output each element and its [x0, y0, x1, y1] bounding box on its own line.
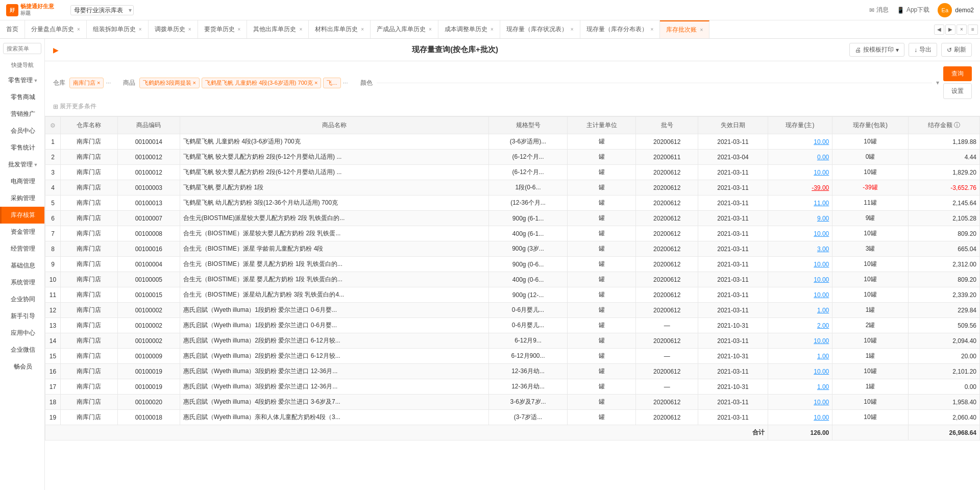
sidebar-item-member2[interactable]: 畅会员: [0, 358, 44, 375]
cell-expire: 2021-03-11: [698, 180, 768, 195]
cell-warehouse: 南库门店: [61, 150, 118, 165]
cell-qty-main[interactable]: 1.00: [768, 349, 832, 364]
warehouse-selector[interactable]: 母婴行业演示库表: [66, 5, 134, 15]
product-tag-more[interactable]: 飞...: [323, 78, 340, 88]
tab-batch-ledger-close[interactable]: ×: [700, 27, 703, 33]
sidebar-item-finance[interactable]: 资金管理: [0, 224, 44, 240]
tab-split[interactable]: 分量盘点单历史 ×: [25, 20, 87, 39]
product-dots[interactable]: ···: [343, 79, 348, 86]
tab-stock-status[interactable]: 现存量（库存状况表） ×: [500, 20, 580, 39]
cell-qty-main[interactable]: 10.00: [768, 134, 832, 150]
tab-transfer-close[interactable]: ×: [188, 27, 191, 32]
tab-combo-close[interactable]: ×: [139, 27, 142, 32]
tab-cost-adj[interactable]: 成本调整单历史 ×: [438, 20, 500, 39]
sidebar-item-retail-shop[interactable]: 零售商城: [0, 89, 44, 106]
tab-transfer[interactable]: 调拨单历史 ×: [149, 20, 198, 39]
tab-split-close[interactable]: ×: [77, 27, 80, 32]
cell-qty-main[interactable]: 10.00: [768, 165, 832, 180]
sidebar-item-retail[interactable]: 零售管理 ▼: [0, 72, 44, 89]
sidebar-item-base[interactable]: 基础信息: [0, 257, 44, 274]
column-settings-icon[interactable]: ⚙: [50, 122, 56, 129]
tab-product-in-close[interactable]: ×: [429, 27, 432, 32]
cell-qty-main[interactable]: 2.00: [768, 318, 832, 333]
tab-requisition-close[interactable]: ×: [238, 27, 241, 32]
sidebar-item-ops[interactable]: 经营管理: [0, 240, 44, 257]
warehouse-tag-1[interactable]: 南库门店 ×: [69, 78, 104, 88]
search-input[interactable]: [3, 43, 41, 54]
warehouse-dots[interactable]: ···: [106, 79, 111, 86]
template-print-btn[interactable]: 🖨 按模板打印 ▾: [849, 43, 904, 57]
tab-menu-btn[interactable]: ≡: [968, 24, 978, 35]
tab-stock-dist[interactable]: 现存量（库存分布表） ×: [580, 20, 660, 39]
cell-qty-main[interactable]: 1.00: [768, 379, 832, 395]
quick-nav-label[interactable]: 快捷导航: [0, 58, 44, 72]
cell-qty-main[interactable]: 0.00: [768, 150, 832, 165]
messages-btn[interactable]: ✉ 消息: [869, 6, 889, 14]
tab-other-out[interactable]: 其他出库单历史 ×: [247, 20, 309, 39]
cell-qty-main[interactable]: 10.00: [768, 333, 832, 349]
sidebar-item-purchase[interactable]: 采购管理: [0, 190, 44, 207]
color-dropdown-icon[interactable]: ▾: [936, 79, 939, 86]
cell-name: 惠氏启賦（Wyeth illuma）3段奶粉 爱尔兰进口 12-36月...: [180, 379, 488, 395]
cell-qty-main[interactable]: 10.00: [768, 287, 832, 303]
tab-other-out-close[interactable]: ×: [299, 27, 302, 32]
cell-qty-main[interactable]: 10.00: [768, 257, 832, 272]
sidebar-item-ecommerce[interactable]: 电商管理: [0, 173, 44, 190]
tab-close-btn[interactable]: ×: [957, 24, 967, 35]
cell-qty-main[interactable]: 1.00: [768, 303, 832, 318]
col-settings[interactable]: ⚙: [45, 117, 61, 134]
sidebar-item-guide[interactable]: 新手引导: [0, 308, 44, 325]
product-tag-1[interactable]: 飞鹤奶粉3段两提装 ×: [139, 78, 200, 88]
sidebar-item-wholesale[interactable]: 批发管理 ▼: [0, 156, 44, 173]
product-tag-1-remove[interactable]: ×: [193, 80, 196, 86]
table-wrapper[interactable]: ⚙ 仓库名称 商品编码 商品名称 规格型号 主计量单位 批号 失效日期 现存量(…: [45, 116, 980, 490]
cell-qty-main[interactable]: 10.00: [768, 395, 832, 410]
cell-expire: 2021-03-11: [698, 257, 768, 272]
product-tag-2[interactable]: 飞鹤星飞帆 儿童奶粉 4段(3-6岁适用) 700克 ×: [202, 78, 321, 88]
cell-qty-main[interactable]: 10.00: [768, 226, 832, 241]
tab-requisition[interactable]: 要货单历史 ×: [198, 20, 248, 39]
cell-qty-main[interactable]: 3.00: [768, 241, 832, 257]
tab-prev-btn[interactable]: ◀: [934, 24, 944, 35]
table-row: 3 南库门店 00100012 飞鹤星飞帆 较大婴儿配方奶粉 2段(6-12个月…: [45, 165, 980, 180]
tab-home[interactable]: 首页: [0, 20, 25, 39]
footer-qty-total: 126.00: [768, 425, 832, 440]
cell-qty-main[interactable]: 9.00: [768, 211, 832, 226]
cell-qty-main[interactable]: 10.00: [768, 364, 832, 379]
tab-product-in[interactable]: 产成品入库单历史 ×: [371, 20, 438, 39]
export-btn[interactable]: ↓ 导出: [909, 43, 937, 57]
cell-unit: 罐: [568, 211, 636, 226]
sidebar-item-stock[interactable]: 库存核算: [0, 207, 44, 224]
sidebar-item-wechat[interactable]: 企业微信: [0, 341, 44, 358]
cell-qty-main[interactable]: 11.00: [768, 195, 832, 211]
app-download-btn[interactable]: 📱 App下载: [897, 6, 929, 14]
cell-qty-main[interactable]: 10.00: [768, 272, 832, 287]
tab-cost-adj-close[interactable]: ×: [491, 27, 494, 32]
tab-material-out[interactable]: 材料出库单历史 ×: [309, 20, 371, 39]
setting-btn[interactable]: 设置: [943, 83, 972, 99]
sidebar-item-sys[interactable]: 系统管理: [0, 274, 44, 291]
sidebar-item-corp[interactable]: 企业协同: [0, 291, 44, 308]
query-btn[interactable]: 查询: [943, 66, 972, 81]
tab-batch-ledger[interactable]: 库存批次账 ×: [660, 20, 709, 39]
cell-qty-main[interactable]: 10.00: [768, 410, 832, 425]
sidebar-item-appstore[interactable]: 应用中心: [0, 325, 44, 341]
warehouse-dropdown[interactable]: 母婴行业演示库表: [70, 5, 134, 15]
tab-material-out-close[interactable]: ×: [361, 27, 364, 32]
color-input-area[interactable]: [377, 83, 932, 83]
tab-stock-status-close[interactable]: ×: [571, 27, 574, 32]
sidebar-item-marketing[interactable]: 营销推广: [0, 106, 44, 122]
product-tag-2-remove[interactable]: ×: [314, 80, 317, 86]
expand-arrow-icon[interactable]: ▶: [53, 46, 59, 54]
tab-next-btn[interactable]: ▶: [945, 24, 955, 35]
refresh-btn[interactable]: ↺ 刷新: [941, 43, 972, 57]
tab-combo[interactable]: 组装拆卸单历史 ×: [87, 20, 149, 39]
tab-stock-dist-close[interactable]: ×: [651, 27, 654, 32]
user-area[interactable]: Ea demo2: [938, 3, 974, 17]
cell-qty-main[interactable]: -39.00: [768, 180, 832, 195]
cell-qty-pkg: 2罐: [832, 318, 909, 333]
sidebar-item-member[interactable]: 会员中心: [0, 122, 44, 139]
warehouse-tag-1-remove[interactable]: ×: [97, 80, 100, 86]
sidebar-item-retail-stats[interactable]: 零售统计: [0, 139, 44, 156]
expand-conditions-btn[interactable]: ⊞ 展开更多条件: [53, 102, 972, 111]
